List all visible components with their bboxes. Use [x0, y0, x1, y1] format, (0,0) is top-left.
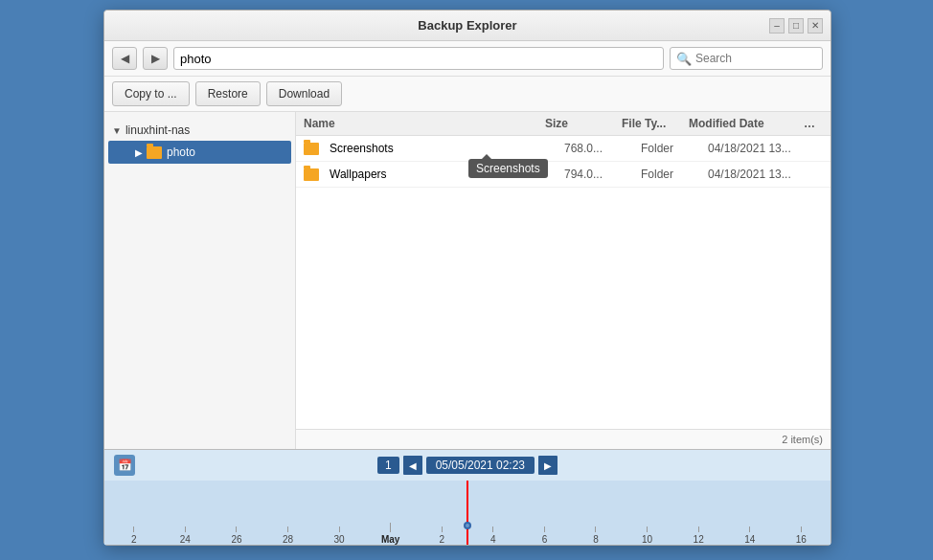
tooltip: Screenshots: [468, 159, 548, 178]
file-list-header: Name Size File Ty... Modified Date …: [296, 112, 831, 136]
folder-icon: [304, 168, 319, 181]
timeline-tick: 28: [262, 526, 314, 545]
search-icon: 🔍: [676, 52, 692, 66]
timeline-tick: May: [365, 523, 417, 545]
file-type-cell: Folder: [641, 168, 708, 181]
col-more-header: …: [804, 117, 823, 130]
tooltip-text: Screenshots: [476, 162, 540, 175]
file-name-label: Screenshots: [330, 142, 394, 155]
table-row[interactable]: Screenshots 768.0... Folder 04/18/2021 1…: [296, 136, 831, 162]
table-row[interactable]: Wallpapers 794.0... Folder 04/18/2021 13…: [296, 162, 831, 188]
timeline-tick: 30: [313, 526, 365, 545]
forward-button[interactable]: ▶: [143, 47, 168, 70]
backup-explorer-window: Backup Explorer – □ ✕ ◀ ▶ 🔍 Copy to ... …: [103, 10, 831, 546]
toolbar: ◀ ▶ 🔍: [104, 41, 831, 77]
timeline-tick: 6: [519, 526, 571, 545]
item-count: 2 item(s): [782, 434, 823, 445]
search-input[interactable]: [695, 52, 810, 65]
col-size-header: Size: [545, 117, 622, 130]
calendar-icon[interactable]: 📅: [114, 455, 135, 476]
timeline-date-label: 05/05/2021 02:23: [426, 457, 535, 474]
timeline-cursor: [466, 481, 468, 545]
file-name-cell: Screenshots: [304, 142, 564, 155]
timeline-next-button[interactable]: ▶: [538, 456, 558, 475]
minimize-button[interactable]: –: [769, 18, 785, 34]
col-name-header: Name: [304, 117, 545, 130]
restore-button[interactable]: Restore: [195, 81, 261, 106]
timeline-tick: 14: [724, 526, 776, 545]
tree-photo-item[interactable]: ▶ photo: [108, 141, 291, 164]
tree-photo-label: photo: [167, 146, 195, 159]
file-type-cell: Folder: [641, 142, 708, 155]
title-bar: Backup Explorer – □ ✕: [104, 11, 831, 41]
download-button[interactable]: Download: [266, 81, 342, 106]
tree-photo-arrow: ▶: [135, 147, 143, 158]
timeline-tick: 26: [211, 526, 262, 545]
timeline-tick: 12: [672, 526, 724, 545]
timeline-tick: 2: [108, 526, 160, 545]
status-bar: 2 item(s): [296, 429, 831, 449]
timeline-tick: 4: [467, 526, 519, 545]
timeline-nav: 📅 1 ◀ 05/05/2021 02:23 ▶: [104, 450, 831, 481]
timeline-prev-button[interactable]: ◀: [403, 456, 422, 475]
timeline-track[interactable]: 224262830May246810121416: [104, 481, 831, 545]
back-button[interactable]: ◀: [112, 47, 137, 70]
file-size-cell: 794.0...: [564, 168, 641, 181]
maximize-button[interactable]: □: [788, 18, 804, 34]
file-size-cell: 768.0...: [564, 142, 641, 155]
col-type-header: File Ty...: [622, 117, 689, 130]
timeline-tick: 16: [776, 526, 828, 545]
timeline-container: 📅 1 ◀ 05/05/2021 02:23 ▶ 224262830May246…: [104, 449, 831, 545]
file-name-label: Wallpapers: [330, 168, 387, 181]
window-controls: – □ ✕: [769, 18, 823, 34]
file-modified-cell: 04/18/2021 13...: [708, 142, 823, 155]
folder-icon: [304, 143, 319, 155]
timeline-tick: 10: [622, 526, 673, 545]
file-list: Name Size File Ty... Modified Date … Scr…: [296, 112, 831, 449]
search-box: 🔍: [670, 47, 823, 70]
timeline-cursor-dot: [464, 522, 471, 529]
tree-root-arrow: ▼: [112, 125, 122, 136]
file-modified-cell: 04/18/2021 13...: [708, 168, 823, 181]
timeline-tick: 8: [570, 526, 622, 545]
timeline-tick: 2: [416, 526, 467, 545]
version-badge: 1: [377, 457, 399, 474]
sidebar: ▼ linuxhint-nas ▶ photo: [104, 112, 296, 449]
tree-root-item[interactable]: ▼ linuxhint-nas: [104, 120, 295, 141]
photo-folder-icon: [147, 146, 162, 159]
tree-root-label: linuxhint-nas: [125, 123, 190, 137]
copy-to-button[interactable]: Copy to ...: [112, 81, 190, 106]
col-modified-header: Modified Date: [689, 117, 804, 130]
file-area: Screenshots 768.0... Folder 04/18/2021 1…: [296, 136, 831, 429]
content-area: ▼ linuxhint-nas ▶ photo Name Size File T…: [104, 112, 831, 449]
path-input[interactable]: [173, 47, 664, 70]
window-title: Backup Explorer: [418, 18, 516, 33]
timeline-tick: 24: [160, 526, 212, 545]
action-bar: Copy to ... Restore Download: [104, 77, 831, 112]
close-button[interactable]: ✕: [808, 18, 823, 34]
